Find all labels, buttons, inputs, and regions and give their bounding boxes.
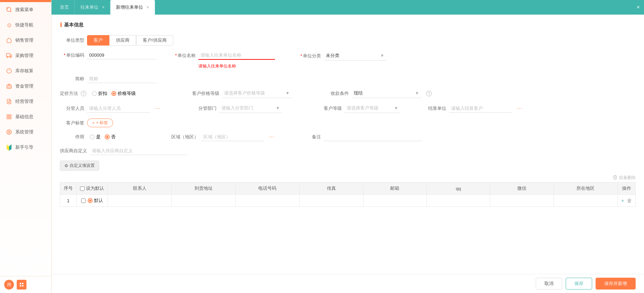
- contact-input[interactable]: [111, 198, 168, 203]
- department-select[interactable]: 请输入分管部门 ▼: [219, 104, 282, 113]
- tab-new-partner-close[interactable]: ×: [147, 5, 149, 10]
- payment-terms-select[interactable]: 现结 ▼: [352, 89, 421, 98]
- batch-delete-label[interactable]: 批量删除: [619, 175, 636, 181]
- manager-more[interactable]: ···: [155, 105, 160, 112]
- customer-level-select[interactable]: 请选择客户等级 ▼: [345, 104, 400, 113]
- pricing-discount-label: 折扣: [98, 90, 107, 97]
- svg-rect-15: [9, 117, 11, 119]
- fax-input[interactable]: [303, 198, 360, 203]
- batch-delete-area: 批量删除: [60, 175, 636, 181]
- settings-gear-icon: ⚙: [64, 163, 68, 168]
- payment-terms-help-icon[interactable]: ?: [426, 91, 432, 96]
- row-checkbox[interactable]: [81, 198, 86, 203]
- sidebar-item-search[interactable]: 搜索菜单: [0, 2, 51, 17]
- type-btn-supplier[interactable]: 供应商: [109, 35, 136, 46]
- tab-home-label: 首页: [60, 4, 69, 10]
- pricing-help-icon[interactable]: ?: [81, 91, 86, 96]
- row-contact[interactable]: [108, 195, 172, 207]
- manager-label: 分管人员: [60, 105, 84, 112]
- add-row-button[interactable]: +: [621, 198, 624, 203]
- customer-tags-row: 客户标签 + + 标签: [60, 119, 636, 127]
- row-qq[interactable]: [427, 195, 490, 207]
- unit-category-arrow: ▼: [380, 53, 384, 58]
- row-phone[interactable]: [236, 195, 300, 207]
- pricing-row: 定价方法 ? 折扣 价格等级 客户价格等级 请选择客户价: [60, 89, 636, 98]
- sidebar-item-inventory[interactable]: 库存核算: [0, 63, 51, 79]
- qq-input[interactable]: [430, 198, 486, 203]
- remarks-input[interactable]: [324, 133, 422, 141]
- tab-partners-close[interactable]: ×: [102, 5, 104, 10]
- close-all-button[interactable]: ×: [637, 4, 640, 10]
- region-more[interactable]: ···: [269, 134, 274, 140]
- pricing-radio-level[interactable]: 价格等级: [111, 90, 136, 97]
- region-input[interactable]: [201, 133, 264, 141]
- disabled-no-label: 否: [111, 134, 116, 140]
- manager-input[interactable]: [87, 104, 150, 113]
- cancel-button[interactable]: 取消: [536, 278, 562, 290]
- sidebar-item-basic[interactable]: 基础信息: [0, 109, 51, 124]
- custom-settings-button[interactable]: ⚙ 自定义项设置: [60, 161, 99, 171]
- row-email[interactable]: [363, 195, 427, 207]
- svg-rect-10: [7, 85, 11, 88]
- short-name-input[interactable]: [87, 75, 157, 83]
- customer-price-level-arrow: ▼: [285, 91, 290, 96]
- row-fax[interactable]: [299, 195, 363, 207]
- save-new-button[interactable]: 保存并新增: [596, 278, 636, 290]
- supplier-custom-input[interactable]: [90, 147, 187, 155]
- sidebar-item-guide[interactable]: 🔰 新手引导: [0, 140, 51, 155]
- sidebar-item-operations[interactable]: 经营管理: [0, 94, 51, 109]
- add-tag-button[interactable]: + + 标签: [87, 119, 113, 127]
- delete-row-button[interactable]: 🗑: [627, 198, 632, 203]
- sidebar-item-purchase[interactable]: 采购管理: [0, 48, 51, 63]
- custom-settings-label: 自定义项设置: [70, 163, 95, 169]
- address-input[interactable]: [175, 198, 232, 203]
- svg-rect-14: [9, 115, 11, 116]
- col-default: 设为默认: [77, 182, 108, 195]
- unit-type-row: 单位类型 客户 供应商 客户/供应商: [60, 35, 636, 46]
- add-tag-label: + 标签: [96, 120, 108, 126]
- row-region-input[interactable]: [557, 198, 614, 203]
- customer-price-level-select[interactable]: 请选择客户价格等级 ▼: [222, 89, 292, 98]
- batch-delete-icon: [613, 175, 618, 181]
- unit-type-btn-group: 客户 供应商 客户/供应商: [87, 35, 173, 46]
- payment-terms-group: 收款条件 现结 ▼ ?: [324, 89, 450, 98]
- settlement-unit-input[interactable]: [449, 104, 512, 113]
- svg-rect-3: [7, 54, 10, 57]
- customer-price-level-group: 客户价格等级 请选择客户价格等级 ▼: [192, 89, 324, 98]
- unit-category-select[interactable]: 未分类 ▼: [324, 51, 386, 60]
- tab-home[interactable]: 首页: [54, 0, 75, 15]
- phone-input[interactable]: [239, 198, 296, 203]
- row-address[interactable]: [172, 195, 236, 207]
- col-region: 所在地区: [553, 182, 618, 195]
- sidebar-extra-btn[interactable]: [17, 280, 26, 290]
- sidebar-item-quick-nav[interactable]: ⊙ 快捷导航: [0, 17, 51, 33]
- save-button[interactable]: 保存: [566, 278, 592, 290]
- supplier-custom-label: 供应商自定义: [60, 148, 87, 154]
- row-wechat[interactable]: [490, 195, 554, 207]
- unit-code-input[interactable]: [87, 51, 157, 59]
- pricing-radio-discount[interactable]: 折扣: [92, 90, 107, 97]
- disabled-radio-yes[interactable]: 是: [90, 134, 101, 140]
- sidebar-item-finance[interactable]: 资金管理: [0, 79, 51, 94]
- select-all-checkbox[interactable]: [80, 186, 85, 191]
- row-default-radio[interactable]: 默认: [88, 197, 103, 204]
- email-input[interactable]: [367, 198, 423, 203]
- unit-name-input[interactable]: [198, 51, 275, 60]
- unit-name-group: *单位名称 请输入往来单位名称: [171, 51, 297, 69]
- sidebar-item-system[interactable]: 系统管理: [0, 124, 51, 140]
- avatar[interactable]: 用: [4, 280, 14, 290]
- type-btn-customer[interactable]: 客户: [87, 35, 109, 46]
- wechat-input[interactable]: [494, 198, 550, 203]
- tab-partners[interactable]: 往来单位 ×: [75, 0, 110, 15]
- type-btn-both[interactable]: 客户/供应商: [136, 35, 173, 46]
- section-title-text: 基本信息: [64, 22, 84, 28]
- settlement-unit-more[interactable]: ···: [517, 105, 522, 112]
- col-contact: 联系人: [108, 182, 172, 195]
- sidebar-item-sales[interactable]: 销售管理: [0, 33, 51, 48]
- manager-group: 分管人员 ···: [60, 104, 192, 113]
- svg-point-6: [10, 57, 11, 58]
- disabled-radio-no[interactable]: 否: [105, 134, 116, 140]
- sidebar-item-guide-label: 新手引导: [15, 144, 33, 150]
- tab-new-partner[interactable]: 新增往来单位 ×: [110, 0, 155, 15]
- row-region[interactable]: [553, 195, 618, 207]
